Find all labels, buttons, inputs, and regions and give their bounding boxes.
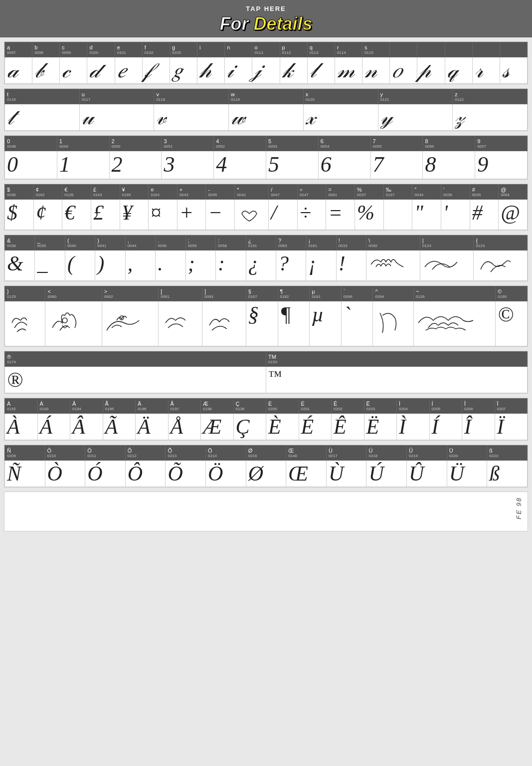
g-period: . xyxy=(156,250,185,280)
hc-colon: :0058 xyxy=(216,235,246,250)
symbols3-section: }0125 <0060 >0062 [0091 ]0093 §0167 ¶018… xyxy=(4,285,528,347)
g-colon: : xyxy=(216,250,246,280)
lowercase2-glyph-row: 𝓉 𝓊 𝓋 𝓌 𝓍 𝓎 𝓏 xyxy=(5,104,528,131)
hc-lbrace: {0123 xyxy=(474,235,528,250)
hc-iexcl: ¡0161 xyxy=(306,235,336,250)
hc-semicolon: ;0059 xyxy=(185,235,215,250)
glyph-cell-2: 2 xyxy=(109,151,162,179)
symbols2-header-row: &0038 _0035 (0040 )0041 ,0044 .0046 ;005… xyxy=(5,235,528,250)
glyph-cell-x: 𝓍 xyxy=(303,104,378,131)
g-szlig: ß xyxy=(487,461,528,487)
g-slash: / xyxy=(269,199,298,230)
g-Euml: Ë xyxy=(364,413,397,440)
g-copyright: © xyxy=(496,301,528,346)
g-lparen: ( xyxy=(65,250,95,280)
header-cell-9: 90057 xyxy=(475,136,528,151)
hc-acirc: Â0194 xyxy=(70,398,103,413)
g-Ugrave: Ù xyxy=(326,461,366,487)
header-cell: g0103 xyxy=(170,42,197,57)
accented1-table: À0192 Á0193 Â0194 Ã0195 Ä0196 Å0197 Æ019… xyxy=(4,398,528,440)
g-Ouml: Ö xyxy=(206,461,246,487)
glyph-cell-1: 1 xyxy=(57,151,109,179)
hc-rparen: )0041 xyxy=(95,235,125,250)
g-yen: ¥ xyxy=(120,199,149,230)
accented2-header-row: Ñ0209 Ò0210 Ó0211 Ô0212 Õ0213 Ö0214 Ø021… xyxy=(5,446,528,461)
glyph-cell-j: 𝒿 xyxy=(252,57,280,84)
accented1-section: À0192 Á0193 Â0194 Ã0195 Ä0196 Å0197 Æ019… xyxy=(4,398,528,441)
glyph-cell-7: 7 xyxy=(370,151,423,179)
hc-dollar: $0036 xyxy=(5,184,34,199)
hc-ucirc: Û0219 xyxy=(407,446,447,461)
hc-rbracket: ]0093 xyxy=(202,286,246,301)
g-dquote: " xyxy=(412,199,441,230)
accented2-glyph-row: Ñ Ò Ó Ô Õ Ö Ø Œ Ù Ú Û Ü ß xyxy=(5,461,528,487)
hc-uuml: Ü0220 xyxy=(447,446,487,461)
fe98-section: FE 98 xyxy=(4,492,528,531)
hc-rbrace: }0125 xyxy=(5,286,45,301)
header-cell xyxy=(445,42,472,57)
glyph-cell-k: 𝓀 xyxy=(280,57,307,84)
hc-ntilde: Ñ0209 xyxy=(5,446,45,461)
hc-euro: €0128 xyxy=(62,184,91,199)
hc-caret: ^0094 xyxy=(373,286,413,301)
tap-banner[interactable]: TAP HERE For Details xyxy=(0,0,532,37)
hc-equal: =0061 xyxy=(326,184,355,199)
g-iquest: ¿ xyxy=(246,250,276,280)
glyph-cell-e: 𝑒 xyxy=(115,57,142,84)
glyph-cell-m: 𝓂 xyxy=(335,57,362,84)
symbols3-header-row: }0125 <0060 >0062 [0091 ]0093 §0167 ¶018… xyxy=(5,286,528,301)
symbols1-section: $0036 ¢0162 €0128 £0163 ¥0165 ¤0164 +004… xyxy=(4,184,528,231)
registered-glyph-row: ® ™ xyxy=(5,366,528,393)
g-swash1 xyxy=(366,250,420,280)
g-dollar: $ xyxy=(5,199,34,230)
g-Oslash: Ø xyxy=(246,461,286,487)
glyph-cell-d: 𝒹 xyxy=(87,57,115,84)
hc-backslash: \0092 xyxy=(366,235,420,250)
lowercase-table: a0097 b0098 c0099 d0100 e0101 f0102 g010… xyxy=(4,42,528,84)
hc-amp: &0038 xyxy=(5,235,35,250)
header-cell-1: 10049 xyxy=(57,136,109,151)
hc-permille: ‰0137 xyxy=(383,184,412,199)
glyph-cell-6: 6 xyxy=(318,151,370,179)
header-cell-u: u0117 xyxy=(79,89,154,104)
hc-question: ?0063 xyxy=(276,235,306,250)
g-Ecirc: Ê xyxy=(332,413,364,440)
hc-period: .0046 xyxy=(156,235,185,250)
hc-squote: '0039 xyxy=(441,184,470,199)
g-swash6 xyxy=(102,301,158,346)
g-Acirc: Â xyxy=(70,413,103,440)
registered-header-row: ®0174 TM0153 xyxy=(5,351,528,366)
header-cell: f0102 xyxy=(142,42,170,57)
g-Ntilde: Ñ xyxy=(5,461,45,487)
symbols2-table: &0038 _0035 (0040 )0041 ,0044 .0046 ;005… xyxy=(4,235,528,281)
g-Agrave: À xyxy=(5,413,38,440)
hc-currency: ¤0164 xyxy=(149,184,177,199)
hc-pound: £0163 xyxy=(91,184,120,199)
hc-yen: ¥0165 xyxy=(120,184,149,199)
g-underscore: _ xyxy=(35,250,65,280)
hc-oacute: Ó0211 xyxy=(85,446,126,461)
header-cell-z: z0122 xyxy=(453,89,528,104)
glyph-cell-u: 𝓊 xyxy=(79,104,154,131)
header-cell-3: 30051 xyxy=(162,136,214,151)
accented1-header-row: À0192 Á0193 Â0194 Ã0195 Ä0196 Å0197 Æ019… xyxy=(5,398,528,413)
header-cell xyxy=(472,42,500,57)
hc-reg: ®0174 xyxy=(5,351,266,366)
hc-ugrave: Ù0217 xyxy=(326,446,366,461)
g-swash7 xyxy=(159,301,202,346)
hc-ouml: Ö0214 xyxy=(206,446,246,461)
g-Iuml: Ï xyxy=(495,413,528,440)
glyph-cell-n: 𝓃 xyxy=(362,57,390,84)
hc-eacute: É0201 xyxy=(299,398,332,413)
g-swash5 xyxy=(45,301,102,346)
glyph-cell-8: 8 xyxy=(423,151,475,179)
glyph-cell-3: 3 xyxy=(162,151,214,179)
header-cell: r0114 xyxy=(335,42,362,57)
lowercase2-section: t0116 u0117 v0118 w0119 x0120 y0121 z012… xyxy=(4,88,528,131)
symbols2-section: &0038 _0035 (0040 )0041 ,0044 .0046 ;005… xyxy=(4,235,528,281)
g-question: ? xyxy=(276,250,306,280)
header-cell-v: v0118 xyxy=(154,89,229,104)
hc-plus: +0043 xyxy=(177,184,206,199)
header-cell-y: y0121 xyxy=(378,89,453,104)
header-cell: s0115 xyxy=(362,42,390,57)
